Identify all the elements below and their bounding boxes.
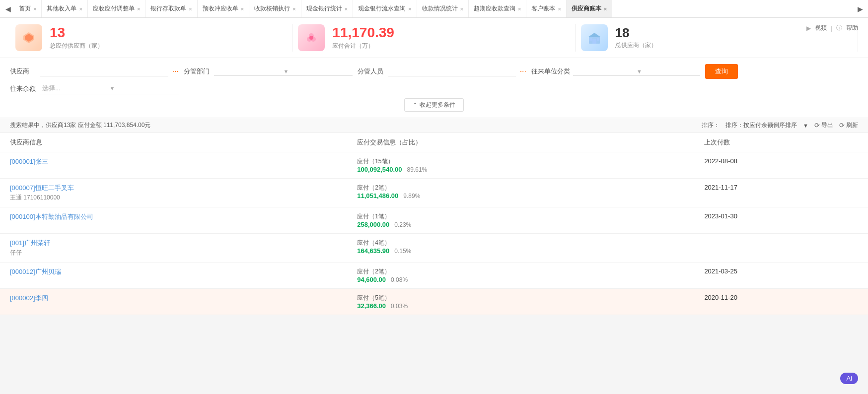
supplier-cell-1: [000007]恒旺二手叉车王通 17106110000 <box>0 179 347 207</box>
tab-bar: ◀ 首页×其他收入单×应收应付调整单×银行存取款单×预收冲应收单×收款核销执行×… <box>0 0 868 18</box>
supplier-sub-3: 仔仔 <box>10 249 337 257</box>
last-pay-date-1: 2021-11-17 <box>704 184 737 191</box>
tx-cell-4: 应付（2笔） 94,600.00 0.08% <box>347 263 694 289</box>
person-label: 分管人员 <box>358 67 385 76</box>
tab-item-1[interactable]: 其他收入单× <box>42 0 87 18</box>
pay-cell-2: 2023-01-30 <box>694 207 868 234</box>
supplier-link-0[interactable]: [000001]张三 <box>10 158 48 165</box>
tab-item-7[interactable]: 现金银行流水查询× <box>353 0 417 18</box>
results-summary: 搜索结果中，供应商13家 应付金额 111,703,854.00元 <box>10 121 150 130</box>
tx-row-0: 100,092,540.00 89.61% <box>357 166 684 173</box>
tab-item-5[interactable]: 收款核销执行× <box>249 0 301 18</box>
tx-cell-3: 应付（4笔） 164,635.90 0.15% <box>347 234 694 263</box>
dept-select[interactable]: ▼ <box>214 67 353 76</box>
refresh-icon: ⟳ <box>839 122 845 129</box>
dept-arrow-icon: ▼ <box>284 68 351 74</box>
sort-label: 排序： <box>702 121 720 130</box>
category-select[interactable]: ▼ <box>573 67 700 76</box>
sort-select[interactable]: 排序：按应付余额倒序排序 <box>725 121 797 130</box>
summary-info-payable-suppliers: 13 总应付供应商（家） <box>50 25 103 50</box>
tx-amount-3[interactable]: 164,635.90 <box>357 247 389 255</box>
tab-close-0[interactable]: × <box>33 6 36 12</box>
tab-item-0[interactable]: 首页× <box>14 0 42 18</box>
query-button[interactable]: 查询 <box>705 64 738 79</box>
tab-close-7[interactable]: × <box>408 6 411 12</box>
help-link[interactable]: 帮助 <box>846 24 858 32</box>
tab-close-11[interactable]: × <box>604 6 607 12</box>
supplier-cell-5: [000002]李四 <box>0 289 347 315</box>
svg-rect-9 <box>589 38 592 41</box>
supplier-link-3[interactable]: [001]广州荣轩 <box>10 239 50 247</box>
results-actions: 排序： 排序：按应付余额倒序排序 ▼ ⟳ 导出 ⟳ 刷新 <box>702 121 858 130</box>
tab-close-6[interactable]: × <box>345 6 348 12</box>
last-pay-date-5: 2020-11-20 <box>704 294 737 301</box>
table-row: [000100]本特勤油品有限公司 应付（1笔） 258,000.00 0.23… <box>0 207 868 234</box>
table-row: [000002]李四 应付（5笔） 32,366.00 0.03% 2020-1… <box>0 289 868 315</box>
supplier-input[interactable] <box>40 66 168 76</box>
tx-amount-1[interactable]: 11,051,486.00 <box>357 192 398 199</box>
pay-cell-4: 2021-03-25 <box>694 263 868 289</box>
refresh-button[interactable]: ⟳ 刷新 <box>839 121 858 130</box>
export-button[interactable]: ⟳ 导出 <box>814 121 833 130</box>
tab-item-8[interactable]: 收款情况统计× <box>417 0 469 18</box>
person-input[interactable] <box>388 66 516 76</box>
tx-label-5: 应付（5笔） <box>357 294 684 302</box>
tab-close-5[interactable]: × <box>292 6 295 12</box>
tab-close-10[interactable]: × <box>558 6 561 12</box>
tx-row-4: 94,600.00 0.08% <box>357 276 684 283</box>
tab-nav-prev[interactable]: ◀ <box>2 0 14 18</box>
flower-icon <box>297 24 325 52</box>
supplier-link-2[interactable]: [000100]本特勤油品有限公司 <box>10 213 93 220</box>
tx-cell-2: 应付（1笔） 258,000.00 0.23% <box>347 207 694 234</box>
balance-select[interactable]: 选择... ▼ <box>40 83 179 94</box>
tab-item-6[interactable]: 现金银行统计× <box>301 0 353 18</box>
supplier-link-5[interactable]: [000002]李四 <box>10 294 48 302</box>
supplier-link-1[interactable]: [000007]恒旺二手叉车 <box>10 184 74 192</box>
tab-close-1[interactable]: × <box>79 6 82 12</box>
category-arrow-icon: ▼ <box>637 68 698 74</box>
filter-person: 分管人员 ··· <box>358 66 526 76</box>
tab-close-4[interactable]: × <box>241 6 244 12</box>
filter-dept: 分管部门 ▼ <box>184 67 353 76</box>
tab-item-9[interactable]: 超期应收款查询× <box>469 0 526 18</box>
tab-item-4[interactable]: 预收冲应收单× <box>198 0 249 18</box>
tx-amount-0[interactable]: 100,092,540.00 <box>357 166 402 173</box>
tab-label-11: 供应商账本 <box>572 4 601 13</box>
tx-amount-5[interactable]: 32,366.00 <box>357 302 386 310</box>
supplier-link-4[interactable]: [000012]广州贝瑞 <box>10 268 61 275</box>
tab-item-10[interactable]: 客户账本× <box>526 0 566 18</box>
tx-amount-2[interactable]: 258,000.00 <box>357 221 389 228</box>
table-container: 供应商信息 应付交易信息（占比） 上次付数 [000001]张三 应付（15笔）… <box>0 133 868 315</box>
tab-close-9[interactable]: × <box>518 6 521 12</box>
tab-item-3[interactable]: 银行存取款单× <box>145 0 197 18</box>
pay-cell-3 <box>694 234 868 263</box>
tab-close-3[interactable]: × <box>189 6 192 12</box>
tx-row-2: 258,000.00 0.23% <box>357 221 684 228</box>
payable-suppliers-label: 总应付供应商（家） <box>50 42 103 50</box>
tab-label-8: 收款情况统计 <box>422 4 458 13</box>
tx-cell-1: 应付（2笔） 11,051,486.00 9.89% <box>347 179 694 207</box>
tx-label-3: 应付（4笔） <box>357 239 684 247</box>
video-link[interactable]: 视频 <box>815 24 827 32</box>
tx-label-4: 应付（2笔） <box>357 267 684 276</box>
total-suppliers-count: 18 <box>615 26 657 40</box>
tx-row-3: 164,635.90 0.15% <box>357 247 684 255</box>
table-row: [000001]张三 应付（15笔） 100,092,540.00 89.61%… <box>0 152 868 179</box>
summary-info-payable-total: 11,170.39 应付合计（万） <box>332 25 394 50</box>
sort-arrow-icon: ▼ <box>803 123 808 129</box>
tab-close-2[interactable]: × <box>137 6 140 12</box>
tab-label-9: 超期应收款查询 <box>474 4 515 13</box>
collapse-button[interactable]: ⌃ 收起更多条件 <box>404 98 464 112</box>
tab-item-11[interactable]: 供应商账本× <box>567 0 612 18</box>
collapse-label: 收起更多条件 <box>420 101 455 109</box>
supplier-dots[interactable]: ··· <box>172 67 179 76</box>
refresh-label: 刷新 <box>846 121 858 130</box>
tab-nav-next[interactable]: ▶ <box>854 0 866 18</box>
tab-item-2[interactable]: 应收应付调整单× <box>88 0 145 18</box>
tab-close-8[interactable]: × <box>460 6 463 12</box>
filter-area: 供应商 ··· 分管部门 ▼ 分管人员 ··· 往来单位分类 ▼ 查询 往来 <box>0 58 868 118</box>
tab-label-2: 应收应付调整单 <box>93 4 135 13</box>
tx-amount-4[interactable]: 94,600.00 <box>357 276 386 283</box>
person-dots[interactable]: ··· <box>520 67 526 76</box>
tab-label-3: 银行存取款单 <box>150 4 186 13</box>
